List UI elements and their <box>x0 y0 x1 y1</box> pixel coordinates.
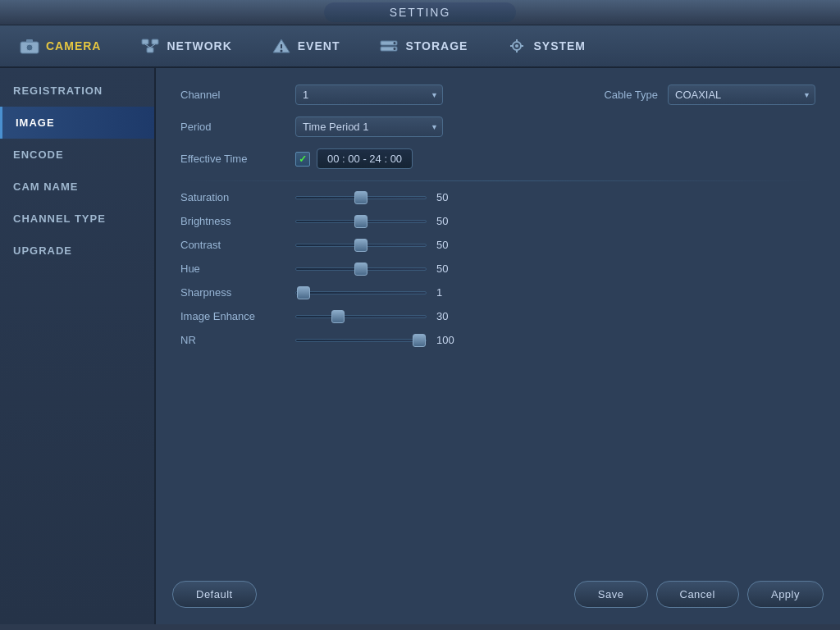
sidebar-item-upgrade[interactable]: UPGRADE <box>0 235 154 267</box>
slider-input-contrast[interactable] <box>295 244 427 247</box>
system-icon <box>507 38 527 54</box>
apply-button[interactable]: Apply <box>747 581 824 608</box>
sidebar-item-image[interactable]: IMAGE <box>0 107 154 139</box>
slider-label-sharpness: Sharpness <box>180 286 295 299</box>
main-layout: REGISTRATION IMAGE ENCODE CAM NAME CHANN… <box>0 68 840 624</box>
default-button[interactable]: Default <box>172 581 257 608</box>
period-label: Period <box>180 121 295 133</box>
time-end: 24 : 00 <box>369 153 402 165</box>
save-button[interactable]: Save <box>574 581 648 608</box>
sidebar: REGISTRATION IMAGE ENCODE CAM NAME CHANN… <box>0 68 156 624</box>
title-bar: SETTING <box>0 0 840 25</box>
slider-label-contrast: Contrast <box>180 239 295 251</box>
top-nav: CAMERA NETWORK EVENT STORAGE <box>0 25 840 68</box>
slider-input-hue[interactable] <box>295 267 427 271</box>
slider-row-saturation: Saturation50 <box>180 191 815 203</box>
nav-system-label: SYSTEM <box>533 39 586 52</box>
cable-type-label: Cable Type <box>604 89 658 101</box>
action-buttons: Save Cancel Apply <box>574 581 824 608</box>
slider-value-brightness: 50 <box>436 215 461 227</box>
sidebar-item-registration[interactable]: REGISTRATION <box>0 75 154 107</box>
slider-input-nr[interactable] <box>295 339 427 342</box>
channel-select[interactable]: 1 2 3 4 <box>295 84 443 105</box>
nav-event-label: EVENT <box>298 39 340 52</box>
slider-value-contrast: 50 <box>436 239 461 251</box>
channel-label: Channel <box>180 89 295 101</box>
nav-network-label: NETWORK <box>167 39 231 52</box>
nav-network[interactable]: NETWORK <box>121 25 251 66</box>
sidebar-item-channel-type[interactable]: CHANNEL TYPE <box>0 203 154 235</box>
period-select-wrapper[interactable]: Time Period 1 Time Period 2 <box>295 116 443 137</box>
cancel-button[interactable]: Cancel <box>656 581 739 608</box>
svg-point-14 <box>394 48 396 50</box>
svg-rect-3 <box>142 39 148 44</box>
content-area: Channel 1 2 3 4 Cable Type COAXIAL UTP <box>156 68 840 624</box>
time-range-display[interactable]: 00 : 00 - 24 : 00 <box>317 148 413 169</box>
effective-time-row: Effective Time 00 : 00 - 24 : 00 <box>180 148 815 169</box>
channel-select-wrapper[interactable]: 1 2 3 4 <box>295 84 443 105</box>
slider-input-sharpness[interactable] <box>295 291 427 294</box>
svg-rect-4 <box>152 39 158 44</box>
nav-camera-label: CAMERA <box>46 39 101 52</box>
slider-label-brightness: Brightness <box>180 215 295 227</box>
svg-point-16 <box>515 44 518 48</box>
sidebar-item-encode[interactable]: ENCODE <box>0 139 154 171</box>
app-title: SETTING <box>324 2 517 22</box>
svg-point-1 <box>26 44 33 51</box>
slider-row-contrast: Contrast50 <box>180 239 815 251</box>
slider-input-image-enhance[interactable] <box>295 315 427 318</box>
cable-type-select-wrapper[interactable]: COAXIAL UTP <box>668 84 815 105</box>
network-icon <box>140 38 160 54</box>
nav-event[interactable]: EVENT <box>252 25 360 66</box>
period-select[interactable]: Time Period 1 Time Period 2 <box>295 116 443 137</box>
slider-label-image-enhance: Image Enhance <box>180 310 295 322</box>
bottom-bar: Default Save Cancel Apply <box>172 581 824 608</box>
nav-storage[interactable]: STORAGE <box>359 25 487 66</box>
period-row: Period Time Period 1 Time Period 2 <box>180 116 815 137</box>
slider-value-saturation: 50 <box>436 191 461 203</box>
svg-rect-5 <box>147 48 153 52</box>
slider-label-nr: NR <box>180 334 295 346</box>
svg-point-13 <box>394 42 396 44</box>
slider-label-hue: Hue <box>180 262 295 275</box>
svg-point-10 <box>280 50 282 52</box>
svg-rect-2 <box>26 39 33 43</box>
sidebar-item-cam-name[interactable]: CAM NAME <box>0 171 154 203</box>
slider-row-image-enhance: Image Enhance30 <box>180 310 815 322</box>
event-icon <box>272 38 291 54</box>
slider-value-hue: 50 <box>436 262 461 275</box>
slider-value-sharpness: 1 <box>436 286 461 299</box>
effective-time-checkbox[interactable] <box>295 152 310 167</box>
slider-row-brightness: Brightness50 <box>180 215 815 227</box>
svg-line-7 <box>150 44 155 48</box>
nav-storage-label: STORAGE <box>405 39 468 52</box>
nav-camera[interactable]: CAMERA <box>0 25 121 66</box>
time-start: 00 : 00 <box>327 153 360 165</box>
storage-icon <box>379 38 399 54</box>
slider-row-sharpness: Sharpness1 <box>180 286 815 299</box>
effective-time-label: Effective Time <box>180 153 295 165</box>
slider-input-brightness[interactable] <box>295 220 427 223</box>
sliders-container: Saturation50Brightness50Contrast50Hue50S… <box>180 191 815 346</box>
nav-system[interactable]: SYSTEM <box>487 25 605 66</box>
slider-value-nr: 100 <box>436 334 461 346</box>
camera-icon <box>20 38 39 54</box>
slider-input-saturation[interactable] <box>295 196 427 199</box>
cable-type-select[interactable]: COAXIAL UTP <box>668 84 815 105</box>
slider-label-saturation: Saturation <box>180 191 295 203</box>
divider <box>180 180 815 181</box>
slider-value-image-enhance: 30 <box>436 310 461 322</box>
svg-line-6 <box>145 44 150 48</box>
slider-row-hue: Hue50 <box>180 262 815 275</box>
slider-row-nr: NR100 <box>180 334 815 346</box>
